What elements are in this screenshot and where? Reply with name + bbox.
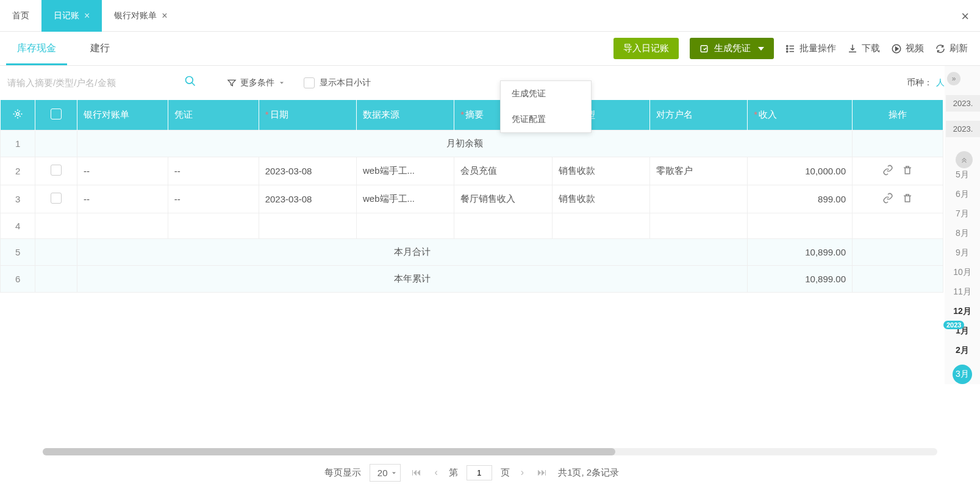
opening-balance-label: 月初余额 bbox=[77, 130, 852, 157]
cell-bank: -- bbox=[77, 185, 168, 213]
import-journal-label: 导入日记账 bbox=[623, 43, 669, 54]
scroll-top-icon[interactable] bbox=[956, 151, 973, 168]
close-icon[interactable]: × bbox=[84, 10, 90, 21]
month-total-label: 本月合计 bbox=[77, 239, 747, 266]
gear-icon bbox=[12, 109, 23, 119]
month-item[interactable]: 8月 bbox=[945, 228, 980, 239]
year-selector-end[interactable]: 2023. bbox=[946, 121, 980, 137]
cell-income: 899.00 bbox=[748, 185, 853, 213]
month-item[interactable]: 6月 bbox=[945, 189, 980, 200]
month-item[interactable]: 10月 bbox=[945, 267, 980, 278]
row-number: 4 bbox=[1, 213, 35, 239]
settings-column-header[interactable] bbox=[1, 100, 35, 130]
table-row: 1 月初余额 bbox=[1, 130, 943, 157]
refresh-link[interactable]: 刷新 bbox=[935, 43, 968, 54]
journal-table: 银行对账单 凭证 日期 数据来源 摘要 收支类型 对方户名 收入 操作 1 月初… bbox=[0, 100, 943, 293]
cell-type: 销售收款 bbox=[552, 157, 649, 185]
col-income: 收入 bbox=[748, 100, 853, 130]
month-item[interactable]: 5月 bbox=[945, 169, 980, 180]
generate-voucher-button[interactable]: 生成凭证 bbox=[690, 38, 774, 59]
month-item[interactable]: 9月 bbox=[945, 248, 980, 258]
action-buttons: 导入日记账 生成凭证 批量操作 下载 视频 刷新 bbox=[613, 38, 968, 59]
month-item[interactable]: 7月 bbox=[945, 209, 980, 219]
import-journal-button[interactable]: 导入日记账 bbox=[613, 38, 679, 59]
batch-label: 批量操作 bbox=[799, 43, 836, 54]
video-link[interactable]: 视频 bbox=[891, 43, 924, 54]
col-ops: 操作 bbox=[853, 100, 943, 130]
download-label: 下载 bbox=[862, 43, 880, 54]
delete-icon[interactable] bbox=[902, 193, 913, 205]
dropdown-generate-voucher[interactable]: 生成凭证 bbox=[501, 81, 591, 107]
cell-voucher: -- bbox=[168, 185, 259, 213]
generate-voucher-label: 生成凭证 bbox=[714, 43, 751, 54]
more-filter-label: 更多条件 bbox=[240, 77, 274, 88]
tab-home-label: 首页 bbox=[12, 10, 29, 21]
show-daily-subtotal-checkbox[interactable]: 显示本日小计 bbox=[304, 77, 371, 88]
dropdown-voucher-config[interactable]: 凭证配置 bbox=[501, 107, 591, 132]
month-item[interactable]: 11月 bbox=[945, 287, 980, 293]
link-icon[interactable] bbox=[882, 165, 893, 177]
filter-row: 更多条件 显示本日小计 币种： 人民币 bbox=[0, 66, 980, 100]
chevron-down-icon bbox=[278, 79, 285, 87]
top-tab-bar: 首页 日记账 × 银行对账单 × × bbox=[0, 0, 980, 32]
table-row[interactable]: 4 bbox=[1, 213, 943, 239]
cell-summary: 餐厅销售收入 bbox=[454, 185, 552, 213]
subtab-cash-label: 库存现金 bbox=[17, 42, 56, 55]
svg-point-1 bbox=[787, 45, 788, 46]
voucher-icon bbox=[699, 43, 710, 54]
col-voucher: 凭证 bbox=[168, 100, 259, 130]
show-daily-subtotal-label: 显示本日小计 bbox=[320, 77, 371, 88]
year-selector-start[interactable]: 2023. bbox=[946, 95, 980, 112]
search-icon[interactable] bbox=[184, 75, 196, 90]
more-filter-button[interactable]: 更多条件 bbox=[227, 77, 285, 88]
table-row: 5 本月合计 10,899.00 bbox=[1, 239, 943, 266]
svg-line-9 bbox=[192, 83, 195, 86]
subtab-ccb[interactable]: 建行 bbox=[73, 32, 127, 65]
subtab-cash[interactable]: 库存现金 bbox=[0, 32, 73, 65]
subtab-row: 库存现金 建行 导入日记账 生成凭证 批量操作 下载 视频 刷新 bbox=[0, 32, 980, 66]
cell-income: 10,000.00 bbox=[748, 157, 853, 185]
sub-tabs: 库存现金 建行 bbox=[0, 32, 127, 65]
filter-icon bbox=[227, 78, 237, 88]
svg-point-8 bbox=[186, 77, 193, 84]
table-row[interactable]: 2 -- -- 2023-03-08 web端手工... 会员充值 销售收款 零… bbox=[1, 157, 943, 185]
collapse-icon[interactable]: » bbox=[947, 72, 960, 85]
search-wrap bbox=[7, 74, 209, 92]
row-number: 1 bbox=[1, 130, 35, 157]
select-all-header[interactable] bbox=[35, 100, 77, 130]
row-ops bbox=[859, 165, 937, 177]
svg-point-10 bbox=[16, 113, 20, 116]
svg-point-3 bbox=[787, 51, 788, 52]
link-icon[interactable] bbox=[882, 193, 893, 205]
cell-type: 销售收款 bbox=[552, 185, 649, 213]
cell-bank: -- bbox=[77, 157, 168, 185]
download-link[interactable]: 下载 bbox=[847, 43, 880, 54]
close-all-icon[interactable]: × bbox=[961, 9, 969, 24]
cell-date: 2023-03-08 bbox=[259, 185, 356, 213]
row-number: 6 bbox=[1, 266, 35, 293]
table-row[interactable]: 3 -- -- 2023-03-08 web端手工... 餐厅销售收入 销售收款… bbox=[1, 185, 943, 213]
cell-party bbox=[649, 185, 747, 213]
search-input[interactable] bbox=[7, 74, 178, 91]
generate-voucher-dropdown: 生成凭证 凭证配置 bbox=[500, 80, 592, 133]
cell-summary: 会员充值 bbox=[454, 157, 552, 185]
month-panel: » 2023. 2023. 5月 6月 7月 8月 9月 10月 11月 12月… bbox=[945, 66, 980, 293]
tab-bank-statement-label: 银行对账单 bbox=[114, 10, 157, 21]
row-checkbox[interactable] bbox=[51, 165, 62, 176]
month-list: 5月 6月 7月 8月 9月 10月 11月 12月 2023 1月 2月 3月 bbox=[945, 169, 980, 293]
video-label: 视频 bbox=[906, 43, 924, 54]
row-number: 5 bbox=[1, 239, 35, 266]
cell-date: 2023-03-08 bbox=[259, 157, 356, 185]
col-source: 数据来源 bbox=[356, 100, 454, 130]
row-checkbox[interactable] bbox=[51, 193, 62, 204]
tab-journal[interactable]: 日记账 × bbox=[41, 0, 102, 32]
checkbox-icon bbox=[51, 109, 62, 119]
dropdown-item-label: 生成凭证 bbox=[512, 88, 546, 98]
tab-bank-statement[interactable]: 银行对账单 × bbox=[102, 0, 179, 32]
tab-home[interactable]: 首页 bbox=[0, 0, 41, 32]
row-number: 2 bbox=[1, 157, 35, 185]
delete-icon[interactable] bbox=[902, 165, 913, 177]
batch-action-link[interactable]: 批量操作 bbox=[785, 43, 836, 54]
year-total-label: 本年累计 bbox=[77, 266, 747, 293]
close-icon[interactable]: × bbox=[162, 10, 167, 21]
